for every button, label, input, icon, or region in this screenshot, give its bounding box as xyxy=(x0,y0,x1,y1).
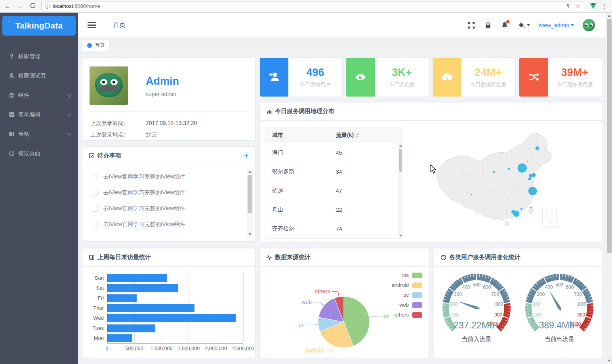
city-bubble[interactable] xyxy=(508,168,510,170)
gauge-tick-label: 800 xyxy=(495,301,503,307)
page-scrollbar[interactable] xyxy=(606,13,612,364)
city-bubble[interactable] xyxy=(532,173,536,177)
todo-checkbox[interactable] xyxy=(92,174,98,180)
y-axis-label: Wed xyxy=(83,315,104,321)
password-key-icon[interactable] xyxy=(565,3,571,9)
stat-value: 3K+ xyxy=(392,66,412,79)
add-todo-button[interactable]: + xyxy=(244,151,249,161)
todo-list: 去iView官网学习完整的iView组件 去iView官网学习完整的iView组… xyxy=(82,165,245,241)
notifications-button[interactable] xyxy=(501,21,509,29)
gauge-chart: 01002003004005006007008009001000237.22Mb… xyxy=(436,271,517,335)
sidebar-item-permission-admin[interactable]: 权限管理 xyxy=(0,47,78,66)
shuffle-icon xyxy=(527,70,540,84)
y-axis-label: Tues xyxy=(83,325,104,331)
legend-swatch xyxy=(412,302,422,308)
browser-reload-button[interactable] xyxy=(29,2,37,10)
legend-item-others[interactable]: others xyxy=(392,312,422,318)
legend-item-web[interactable]: web xyxy=(392,302,422,308)
key-icon xyxy=(9,53,15,59)
bar[interactable] xyxy=(107,324,155,332)
browser-forward-button[interactable]: → xyxy=(16,3,25,9)
main-content: Admin super admin 上次登录时间:2017.09.12-13:3… xyxy=(78,53,606,364)
address-bar[interactable]: i localhost:8080/home ☆ xyxy=(41,2,584,11)
app-header: 首页 iview_admin xyxy=(78,13,606,38)
legend-label: android xyxy=(392,282,409,288)
china-map xyxy=(418,127,600,239)
gauge-zone xyxy=(529,277,590,303)
user-menu[interactable]: iview_admin xyxy=(539,22,574,28)
notification-badge xyxy=(506,20,509,23)
stat-card-service-calls: 39M+ 今日服务调用量 xyxy=(519,57,602,97)
todo-checkbox[interactable] xyxy=(92,206,98,212)
app-logo[interactable]: TalkingData xyxy=(2,16,76,36)
bar-plot xyxy=(107,273,243,343)
legend-item-android[interactable]: android xyxy=(392,282,422,288)
y-axis-label: Thur xyxy=(83,305,104,311)
page-info-icon[interactable]: i xyxy=(45,4,50,9)
header-avatar[interactable] xyxy=(583,19,595,31)
sidebar-item-form-edit[interactable]: 表单编辑 xyxy=(0,105,78,124)
bar[interactable] xyxy=(107,274,167,282)
gauge-tick-label: 700 xyxy=(574,292,582,297)
city-bubble[interactable] xyxy=(530,207,532,209)
x-axis-label: 1,500,000 xyxy=(178,346,200,351)
vue-devtools-icon[interactable] xyxy=(590,3,597,9)
sidebar: TalkingData 权限管理 权限测试页 组件 表单编辑 表格 错误页面 xyxy=(0,13,78,364)
sad-face-icon xyxy=(9,150,15,156)
browser-back-button[interactable]: ← xyxy=(3,3,12,9)
todo-card: 待办事项 + 去iView官网学习完整的iView组件 去iView官网学习完整… xyxy=(82,146,255,241)
theme-switch-button[interactable] xyxy=(517,21,530,29)
collapse-menu-button[interactable] xyxy=(88,21,96,30)
sidebar-item-error-pages[interactable]: 错误页面 xyxy=(0,144,78,163)
chevron-down-icon xyxy=(67,92,71,97)
service-gauges-card: 各类用户服务调用变化统计 010020030040050060070080090… xyxy=(434,248,602,358)
city-bubble[interactable] xyxy=(527,161,528,162)
cloud-upload-icon xyxy=(440,70,454,84)
sidebar-menu: 权限管理 权限测试页 组件 表单编辑 表格 错误页面 xyxy=(0,47,78,163)
city-bubble[interactable] xyxy=(471,194,472,195)
legend-item-ios[interactable]: ios xyxy=(392,272,422,278)
city-bubble[interactable] xyxy=(528,187,537,195)
city-bubble[interactable] xyxy=(520,208,522,210)
city-bubble[interactable] xyxy=(493,171,495,173)
bar[interactable] xyxy=(107,294,137,302)
fullscreen-button[interactable] xyxy=(467,21,475,29)
city-bubble[interactable] xyxy=(536,146,540,150)
sort-icons[interactable] xyxy=(356,133,359,138)
city-bubble[interactable] xyxy=(528,178,531,180)
tag-home[interactable]: 首页 xyxy=(82,40,110,51)
table-icon xyxy=(9,131,15,137)
gauge-icon xyxy=(440,254,446,260)
sidebar-item-components[interactable]: 组件 xyxy=(0,85,78,105)
bar[interactable] xyxy=(107,284,178,292)
legend-item-pc[interactable]: pc xyxy=(392,292,422,298)
gauge-tick-label: 500 xyxy=(473,282,480,288)
bar[interactable] xyxy=(107,304,194,312)
y-axis-label: Fri xyxy=(83,295,104,301)
sidebar-item-table[interactable]: 表格 xyxy=(0,124,78,144)
todo-checkbox[interactable] xyxy=(92,190,98,196)
city-bubble[interactable] xyxy=(518,163,527,173)
sidebar-item-label: 表格 xyxy=(18,131,29,138)
divider xyxy=(90,111,247,112)
bookmark-star-icon[interactable]: ☆ xyxy=(575,3,581,9)
city-bubble[interactable] xyxy=(511,210,515,214)
todo-scrollbar[interactable] xyxy=(247,169,253,237)
browser-menu-icon[interactable]: ⋮ xyxy=(601,3,607,10)
scrollbar-thumb[interactable] xyxy=(607,19,612,253)
username-text: iview_admin xyxy=(539,22,569,28)
caret-down-icon xyxy=(571,24,574,26)
bar[interactable] xyxy=(107,334,132,342)
stat-label: 今日数据采集量 xyxy=(470,81,506,88)
gauge-tick-label: 700 xyxy=(491,292,499,297)
stat-label: 今日新增用户 xyxy=(300,81,331,88)
table-scrollbar[interactable] xyxy=(398,143,402,238)
gauge-tick-label: 600 xyxy=(483,284,491,290)
sidebar-item-permission-test[interactable]: 权限测试页 xyxy=(0,66,78,85)
todo-checkbox[interactable] xyxy=(92,222,98,228)
bar[interactable] xyxy=(107,314,236,322)
column-header-traffic[interactable]: 流量(k) xyxy=(334,132,402,139)
gauge-tick-label: 300 xyxy=(537,292,545,297)
lock-screen-button[interactable] xyxy=(484,21,492,29)
x-axis-label: 1,000,000 xyxy=(151,346,173,351)
